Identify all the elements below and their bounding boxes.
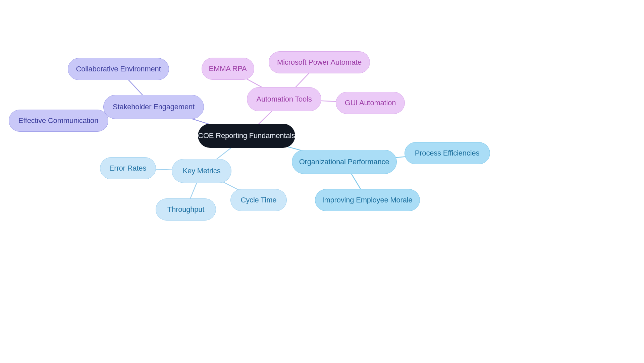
- node-automation[interactable]: Automation Tools: [247, 87, 321, 111]
- svg-line-8: [156, 169, 172, 170]
- node-orgperf[interactable]: Organizational Performance: [292, 150, 397, 174]
- node-effcomm[interactable]: Effective Communication: [9, 110, 108, 132]
- node-collab[interactable]: Collaborative Environment: [68, 58, 169, 80]
- mindmap-canvas: COE Reporting Fundamentals Stakeholder E…: [0, 0, 644, 363]
- svg-line-7: [215, 147, 232, 160]
- node-keymetrics[interactable]: Key Metrics: [172, 159, 231, 183]
- node-throughput[interactable]: Throughput: [156, 198, 216, 221]
- node-morale[interactable]: Improving Employee Morale: [315, 189, 420, 211]
- svg-line-1: [128, 80, 143, 95]
- node-cycle[interactable]: Cycle Time: [230, 189, 287, 211]
- svg-line-6: [321, 101, 336, 102]
- node-error[interactable]: Error Rates: [100, 157, 156, 179]
- node-gui[interactable]: GUI Automation: [336, 92, 405, 114]
- node-stakeholder[interactable]: Stakeholder Engagement: [103, 95, 204, 119]
- svg-line-5: [295, 73, 309, 87]
- node-proceff[interactable]: Process Efficiencies: [405, 142, 490, 164]
- node-center[interactable]: COE Reporting Fundamentals: [198, 124, 295, 148]
- svg-line-3: [259, 111, 272, 124]
- node-mspa[interactable]: Microsoft Power Automate: [269, 51, 370, 73]
- node-emma[interactable]: EMMA RPA: [202, 58, 254, 80]
- svg-line-13: [352, 174, 361, 189]
- svg-line-9: [190, 183, 197, 199]
